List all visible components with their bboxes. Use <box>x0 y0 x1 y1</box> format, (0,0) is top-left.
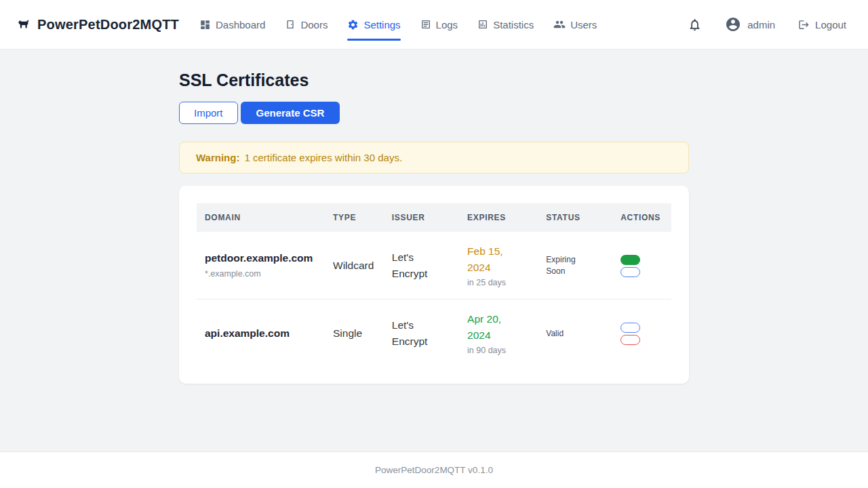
action-button-red[interactable] <box>620 335 640 345</box>
main-content: SSL Certificates Import Generate CSR War… <box>0 49 868 451</box>
domain-name: api.example.com <box>205 327 317 340</box>
logout-arrow-icon <box>798 19 810 30</box>
import-button[interactable]: Import <box>179 102 238 124</box>
bell-icon <box>688 18 702 32</box>
expires-cell: Feb 15, 2024 in 25 days <box>459 232 538 300</box>
action-button-blue[interactable] <box>620 267 640 277</box>
main-nav: Dashboard Doors Settings Logs Statistics <box>199 0 597 49</box>
nav-item-dashboard[interactable]: Dashboard <box>199 0 265 49</box>
warning-message: 1 certificate expires within 30 days. <box>244 152 402 163</box>
type-cell: Wildcard <box>325 232 384 300</box>
warning-label: Warning: <box>196 152 239 163</box>
expiry-warning-banner: Warning:1 certificate expires within 30 … <box>179 142 689 174</box>
username-label: admin <box>747 19 775 30</box>
page-actions: Import Generate CSR <box>179 102 689 124</box>
list-icon <box>420 19 431 30</box>
users-icon <box>553 18 566 30</box>
expires-in: in 25 days <box>467 278 530 287</box>
issuer-name: Let's Encrypt <box>392 249 439 282</box>
expires-date: Apr 20, 2024 <box>467 311 515 344</box>
user-menu[interactable]: admin <box>725 16 775 33</box>
top-navigation-bar: PowerPetDoor2MQTT Dashboard Doors Settin… <box>0 0 868 49</box>
page-footer: PowerPetDoor2MQTT v0.1.0 <box>0 451 868 488</box>
status-badge: Expiring Soon <box>546 254 588 276</box>
topbar-right-section: admin Logout <box>688 16 846 33</box>
expires-in: in 90 days <box>467 346 530 355</box>
issuer-cell: Let's Encrypt <box>384 232 459 300</box>
nav-item-statistics[interactable]: Statistics <box>477 0 534 49</box>
column-header-actions: ACTIONS <box>612 203 671 232</box>
column-header-expires: EXPIRES <box>459 203 538 232</box>
person-circle-icon <box>725 16 741 33</box>
nav-label: Dashboard <box>216 19 265 30</box>
status-cell: Expiring Soon <box>538 232 612 300</box>
action-button-green[interactable] <box>620 255 640 265</box>
column-header-domain: DOMAIN <box>197 203 325 232</box>
logout-button[interactable]: Logout <box>798 19 846 30</box>
status-badge: Valid <box>546 328 564 339</box>
generate-csr-button[interactable]: Generate CSR <box>241 102 340 124</box>
column-header-status: STATUS <box>538 203 612 232</box>
notifications-bell-button[interactable] <box>688 18 702 32</box>
certificates-card: DOMAIN TYPE ISSUER EXPIRES STATUS ACTION… <box>179 186 689 384</box>
dog-logo-icon <box>16 17 31 32</box>
table-row: api.example.com Single Let's Encrypt Apr… <box>197 300 671 367</box>
dashboard-grid-icon <box>199 19 211 30</box>
domain-cell: api.example.com <box>197 300 325 367</box>
nav-label: Settings <box>363 19 400 30</box>
nav-label: Users <box>570 19 597 30</box>
nav-item-doors[interactable]: Doors <box>285 0 328 49</box>
nav-item-logs[interactable]: Logs <box>420 0 458 49</box>
issuer-cell: Let's Encrypt <box>384 300 459 367</box>
type-cell: Single <box>325 300 384 367</box>
footer-version-text: PowerPetDoor2MQTT v0.1.0 <box>375 465 493 475</box>
nav-label: Statistics <box>493 19 534 30</box>
table-header-row: DOMAIN TYPE ISSUER EXPIRES STATUS ACTION… <box>197 203 671 232</box>
bar-chart-icon <box>477 19 488 30</box>
status-cell: Valid <box>538 300 612 367</box>
column-header-issuer: ISSUER <box>384 203 459 232</box>
door-icon <box>285 19 296 30</box>
nav-label: Doors <box>300 19 328 30</box>
action-button-blue[interactable] <box>620 323 640 333</box>
gear-icon <box>347 19 359 30</box>
nav-item-users[interactable]: Users <box>553 0 597 49</box>
logout-label: Logout <box>815 19 846 30</box>
actions-cell <box>612 300 671 367</box>
nav-label: Logs <box>436 19 458 30</box>
certificates-table: DOMAIN TYPE ISSUER EXPIRES STATUS ACTION… <box>197 203 671 367</box>
expires-date: Feb 15, 2024 <box>467 243 515 276</box>
actions-cell <box>612 232 671 300</box>
domain-name: petdoor.example.com <box>205 252 317 264</box>
issuer-name: Let's Encrypt <box>392 317 439 350</box>
brand-home-link[interactable]: PowerPetDoor2MQTT <box>16 17 179 33</box>
app-title: PowerPetDoor2MQTT <box>37 17 179 33</box>
nav-item-settings[interactable]: Settings <box>347 0 400 49</box>
domain-cell: petdoor.example.com *.example.com <box>197 232 325 300</box>
column-header-type: TYPE <box>325 203 384 232</box>
table-row: petdoor.example.com *.example.com Wildca… <box>197 232 671 300</box>
page-title: SSL Certificates <box>179 70 689 90</box>
domain-subject-alt: *.example.com <box>205 269 317 279</box>
expires-cell: Apr 20, 2024 in 90 days <box>459 300 538 367</box>
